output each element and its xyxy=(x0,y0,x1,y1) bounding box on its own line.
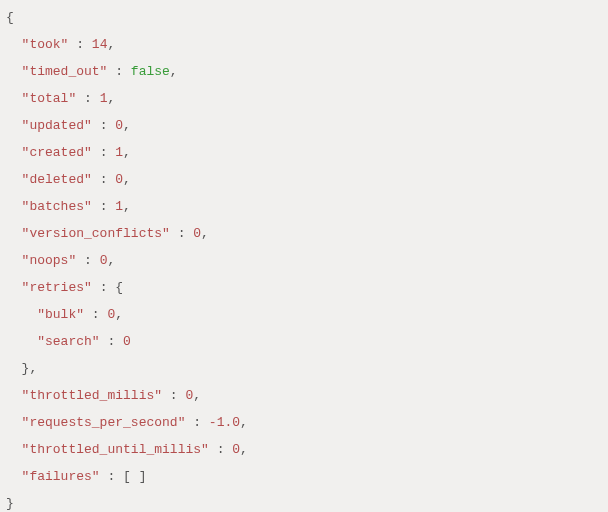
code-token: "total" xyxy=(22,91,77,106)
code-token: "bulk" xyxy=(37,307,84,322)
code-token: : [ ] xyxy=(100,469,147,484)
code-token: : xyxy=(107,64,130,79)
code-token: "deleted" xyxy=(22,172,92,187)
code-token: , xyxy=(107,37,115,52)
code-token xyxy=(6,226,22,241)
code-token: : xyxy=(92,118,115,133)
code-token xyxy=(6,253,22,268)
code-token: "version_conflicts" xyxy=(22,226,170,241)
code-token xyxy=(6,280,22,295)
code-token: { xyxy=(6,10,14,25)
code-token: "throttled_until_millis" xyxy=(22,442,209,457)
code-token xyxy=(6,442,22,457)
code-token: "created" xyxy=(22,145,92,160)
code-token: "updated" xyxy=(22,118,92,133)
code-token: , xyxy=(170,64,178,79)
code-token: , xyxy=(115,307,123,322)
code-token: 1 xyxy=(115,145,123,160)
code-token: : xyxy=(185,415,208,430)
code-token xyxy=(6,388,22,403)
code-token: 14 xyxy=(92,37,108,52)
code-token: "search" xyxy=(37,334,99,349)
code-token: , xyxy=(240,415,248,430)
code-token xyxy=(6,91,22,106)
code-token: "noops" xyxy=(22,253,77,268)
code-token: : xyxy=(76,253,99,268)
code-token: : xyxy=(84,307,107,322)
code-token: , xyxy=(193,388,201,403)
json-response-block: { "took" : 14, "timed_out" : false, "tot… xyxy=(0,0,608,512)
code-token: : xyxy=(76,91,99,106)
code-token: "retries" xyxy=(22,280,92,295)
code-token: , xyxy=(123,145,131,160)
code-token: "failures" xyxy=(22,469,100,484)
code-token xyxy=(6,145,22,160)
code-token xyxy=(6,37,22,52)
code-token xyxy=(6,415,22,430)
code-token xyxy=(6,199,22,214)
code-token: : xyxy=(68,37,91,52)
code-token: , xyxy=(123,118,131,133)
code-token: 1 xyxy=(115,199,123,214)
code-token: } xyxy=(6,496,14,511)
code-token: : xyxy=(92,145,115,160)
code-token xyxy=(6,307,37,322)
code-token: , xyxy=(201,226,209,241)
code-token: "took" xyxy=(22,37,69,52)
code-token: "throttled_millis" xyxy=(22,388,162,403)
code-token: 0 xyxy=(115,118,123,133)
code-token: : { xyxy=(92,280,123,295)
code-token: , xyxy=(123,199,131,214)
code-token: : xyxy=(209,442,232,457)
code-token: 0 xyxy=(193,226,201,241)
code-token: : xyxy=(170,226,193,241)
code-token: : xyxy=(162,388,185,403)
code-token: , xyxy=(107,253,115,268)
code-token: : xyxy=(100,334,123,349)
code-token: 0 xyxy=(232,442,240,457)
code-token xyxy=(6,334,37,349)
code-token: , xyxy=(240,442,248,457)
code-token xyxy=(6,64,22,79)
code-token: 0 xyxy=(115,172,123,187)
code-token: "batches" xyxy=(22,199,92,214)
code-token xyxy=(6,118,22,133)
code-token: false xyxy=(131,64,170,79)
code-token: : xyxy=(92,172,115,187)
code-token: -1.0 xyxy=(209,415,240,430)
code-token: "requests_per_second" xyxy=(22,415,186,430)
code-token: : xyxy=(92,199,115,214)
code-token: 0 xyxy=(123,334,131,349)
code-token: , xyxy=(123,172,131,187)
code-token xyxy=(6,172,22,187)
code-token: "timed_out" xyxy=(22,64,108,79)
code-token: }, xyxy=(6,361,37,376)
code-token xyxy=(6,469,22,484)
code-token: , xyxy=(107,91,115,106)
